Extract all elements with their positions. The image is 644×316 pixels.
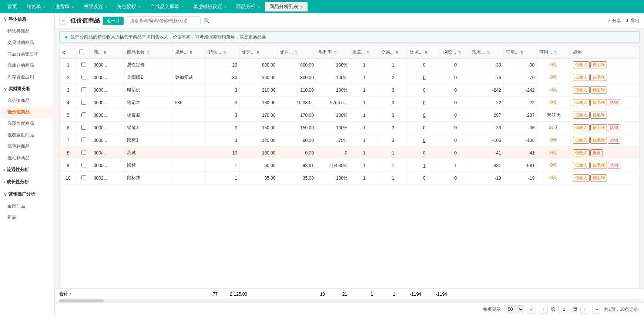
sidebar-item-high-stock[interactable]: 高库存的商品 [0, 60, 54, 71]
nav-product-in[interactable]: 产成品入库单 × [146, 2, 188, 11]
sidebar-item-all-goods[interactable]: 全部商品 [0, 200, 54, 212]
td-name[interactable]: 测试 [125, 147, 172, 159]
page-input[interactable] [558, 306, 570, 313]
share-button[interactable]: ↗ 分享 [607, 18, 621, 24]
table-row[interactable]: 9 0000... 鼠标 1 60.00 -98.91 -164.85% 1 1… [60, 159, 639, 172]
next-page-button[interactable]: › [580, 305, 589, 314]
sidebar-item-low-cover[interactable]: 低覆盖度商品 [0, 129, 54, 141]
td-check[interactable] [77, 84, 91, 96]
select-all-checkbox[interactable] [79, 50, 84, 54]
td-name[interactable]: 属性定价 [125, 59, 172, 71]
th-sell[interactable]: 可销... ⇅ [537, 46, 571, 59]
date-filter-button[interactable]: 近一月 [103, 17, 124, 25]
nav-purchase-close[interactable]: × [72, 4, 74, 9]
td-name[interactable]: 铅笔1 [125, 122, 172, 134]
nav-purchase[interactable]: 进货单 × [51, 2, 78, 11]
sidebar-group-flow[interactable]: ›流通性分析 [0, 164, 54, 176]
nav-goods-analysis-list[interactable]: 商品分析列表 × [265, 2, 307, 11]
sidebar-item-stock-capital[interactable]: 库存资金占用 [0, 71, 54, 83]
collapse-button[interactable]: « [59, 17, 67, 25]
first-page-button[interactable]: « [527, 305, 536, 314]
td-browse1[interactable]: 0 [407, 59, 441, 71]
nav-permission-close[interactable]: × [105, 4, 107, 9]
th-sale-profit[interactable]: 销售... ⇅ [278, 46, 316, 59]
td-check[interactable] [77, 122, 91, 134]
sidebar-group-overall[interactable]: ∨整体信息 [0, 13, 54, 26]
td-check[interactable] [77, 96, 91, 109]
browse1-link[interactable]: 0 [423, 75, 426, 80]
td-browse1[interactable]: 0 [407, 147, 441, 159]
browse1-link[interactable]: 0 [423, 150, 426, 156]
row-checkbox[interactable] [81, 112, 86, 117]
browse1-link[interactable]: 0 [423, 113, 426, 118]
td-check[interactable] [77, 109, 91, 122]
th-stock2[interactable]: 可用... ⇅ [503, 46, 537, 59]
th-sale-qty[interactable]: 销售... ⇅ [206, 46, 240, 59]
search-icon[interactable]: 🔍 [204, 18, 210, 24]
sidebar-group-wealth[interactable]: ∨卖财富分析 [0, 83, 54, 95]
horizontal-scrollbar[interactable] [59, 299, 640, 302]
th-spec[interactable]: 规格... ⇅ [172, 46, 206, 59]
td-check[interactable] [77, 59, 91, 71]
browse1-link[interactable]: 0 [423, 125, 426, 130]
td-browse1[interactable]: 0 [407, 172, 441, 184]
td-name[interactable]: 吴细细1 [125, 71, 172, 84]
row-checkbox[interactable] [81, 87, 86, 92]
row-checkbox[interactable] [81, 175, 86, 180]
table-row[interactable]: 7 0000... 鼠标1 3 120.00 90.00 75% 1 3 0 0… [60, 134, 639, 147]
sidebar-item-high-cover[interactable]: 高覆盖度商品 [0, 118, 54, 129]
th-stock1[interactable]: 现有... ⇅ [470, 46, 504, 59]
td-browse1[interactable]: 0 [407, 109, 441, 122]
table-row[interactable]: 5 0000... 橡皮擦 3 170.00 170.00 100% 1 3 0… [60, 109, 639, 122]
td-browse1[interactable]: 0 [407, 134, 441, 147]
sidebar-item-high-profit[interactable]: 高毛利商品 [0, 141, 54, 152]
td-browse1[interactable]: 0 [407, 71, 441, 84]
table-row[interactable]: 2 0000... 吴细细1 参加复试 30 300.00 300.00 100… [60, 71, 639, 84]
th-name[interactable]: 商品名称 ⇅ [125, 46, 172, 59]
search-input[interactable] [127, 16, 201, 25]
sidebar-group-marketing[interactable]: ∨营销推广分析 [0, 188, 54, 200]
th-cover[interactable]: 覆盖... ⇅ [350, 46, 379, 59]
row-checkbox[interactable] [81, 137, 86, 142]
row-checkbox[interactable] [81, 62, 86, 67]
nav-product-in-close[interactable]: × [181, 4, 184, 9]
nav-goods-analysis-list-close[interactable]: × [301, 4, 303, 9]
table-row[interactable]: 3 0000... 电话机 3 210.00 210.00 100% 1 3 0… [60, 84, 639, 96]
td-check[interactable] [77, 71, 91, 84]
th-gear[interactable]: ⚙ [60, 46, 77, 59]
browse1-link[interactable]: 0 [423, 62, 426, 68]
td-browse1[interactable]: 0 [407, 96, 441, 109]
th-code[interactable]: 商... ⇅ [91, 46, 125, 59]
td-check[interactable] [77, 147, 91, 159]
td-name[interactable]: 鼠标1 [125, 134, 172, 147]
td-check[interactable] [77, 159, 91, 172]
th-tag[interactable]: 标签 [570, 46, 639, 59]
row-checkbox[interactable] [81, 150, 86, 155]
row-checkbox[interactable] [81, 163, 86, 167]
nav-sales[interactable]: 销货单 × [22, 2, 50, 11]
td-name[interactable]: 电话机 [125, 84, 172, 96]
last-page-button[interactable]: » [592, 305, 601, 314]
sidebar-item-low-value[interactable]: 低价值商品 [0, 106, 54, 118]
table-row[interactable]: 4 0000... 笔记本 535 3 180.00 -10,380... -5… [60, 96, 639, 109]
nav-role[interactable]: 角色授权 × [113, 2, 145, 11]
browse1-link[interactable]: 0 [423, 100, 426, 105]
nav-sales-close[interactable]: × [43, 4, 46, 9]
td-check[interactable] [77, 172, 91, 184]
table-row[interactable]: 6 0000... 铅笔1 3 150.00 150.00 100% 1 3 0… [60, 122, 639, 134]
table-row[interactable]: 10 0002... 鼠标垫 1 35.00 35.00 100% 1 1 0 … [60, 172, 639, 184]
browse1-link[interactable]: 0 [423, 176, 426, 181]
th-gross[interactable]: 毛利率 ⇅ [316, 46, 350, 59]
sidebar-item-category-rate[interactable]: 商品分类销售率 [0, 48, 54, 60]
th-check[interactable] [77, 46, 91, 59]
nav-role-close[interactable]: × [138, 4, 141, 9]
sidebar-group-growth[interactable]: ›成长性分析 [0, 176, 54, 188]
page-size-select[interactable]: 50 100 [504, 305, 524, 313]
table-row[interactable]: 1 0000... 属性定价 20 800.00 800.00 100% 1 1… [60, 59, 639, 71]
td-name[interactable]: 橡皮擦 [125, 109, 172, 122]
browse1-link[interactable]: 0 [423, 138, 426, 143]
td-name[interactable]: 鼠标垫 [125, 172, 172, 184]
export-button[interactable]: ⬇ 导出 [625, 18, 640, 24]
sidebar-item-low-profit[interactable]: 低毛利商品 [0, 152, 54, 164]
sidebar-item-high-value[interactable]: 高价值商品 [0, 95, 54, 106]
